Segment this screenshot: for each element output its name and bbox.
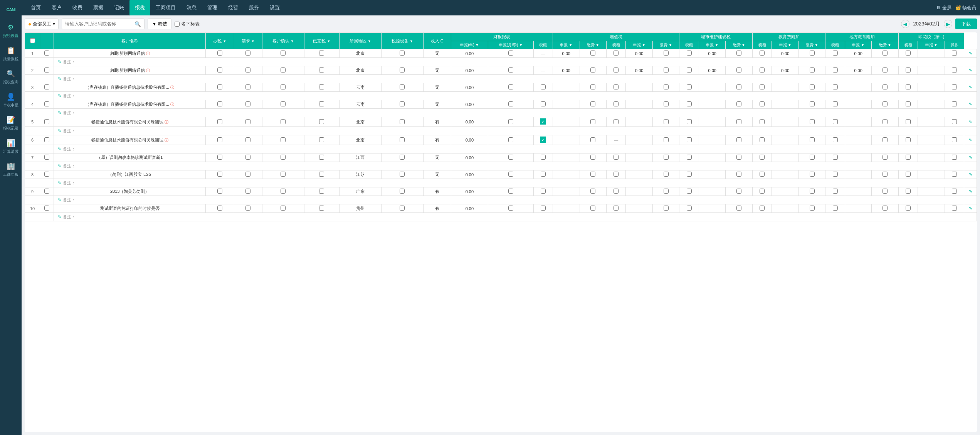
- row-zz-jiao[interactable]: [607, 49, 626, 58]
- row-jy-shen[interactable]: [798, 100, 825, 109]
- row-chaoshui[interactable]: [206, 83, 234, 92]
- row-queren[interactable]: [262, 117, 304, 127]
- zz-jiao-checkbox[interactable]: [614, 67, 619, 72]
- row-jy-shen[interactable]: [798, 204, 825, 213]
- row-queren[interactable]: [262, 100, 304, 109]
- row-wancheng[interactable]: [304, 204, 339, 213]
- row-df-jiao[interactable]: [898, 117, 918, 127]
- row-zz-jiao2[interactable]: [679, 187, 699, 196]
- row-cs-shen[interactable]: [726, 153, 753, 162]
- row-zz-jiao2[interactable]: [679, 170, 699, 179]
- row-df-jiao[interactable]: [898, 135, 918, 145]
- zz-shen-checkbox[interactable]: [590, 189, 595, 194]
- row-zz-shen[interactable]: [580, 170, 607, 179]
- row-jy-jiao[interactable]: [825, 66, 845, 75]
- zz-jiao-checkbox[interactable]: [614, 189, 619, 194]
- row-jy-jiao[interactable]: [825, 49, 845, 58]
- edit-icon[interactable]: ✎: [969, 68, 972, 72]
- edit-icon[interactable]: ✎: [969, 51, 972, 56]
- row-zz-shen2[interactable]: [652, 83, 679, 92]
- edit-icon[interactable]: ✎: [969, 155, 972, 160]
- qingka-checkbox[interactable]: [245, 67, 250, 72]
- edit-icon[interactable]: ✎: [969, 206, 972, 211]
- row-checkbox-cell[interactable]: [40, 153, 54, 162]
- row-cs-shen[interactable]: [726, 204, 753, 213]
- row-queren[interactable]: [262, 204, 304, 213]
- sidebar-item-baoshuichaxun[interactable]: 🔍 报税查询: [0, 66, 22, 89]
- row-checkbox[interactable]: [44, 119, 49, 124]
- row-checkbox-cell[interactable]: [40, 49, 54, 58]
- row-jy-shen[interactable]: [798, 187, 825, 196]
- device-checkbox[interactable]: [400, 172, 405, 177]
- row-zz-shen[interactable]: [580, 49, 607, 58]
- nav-customer[interactable]: 客户: [46, 0, 67, 15]
- row-zz-jiao2[interactable]: [679, 204, 699, 213]
- row-device[interactable]: [381, 49, 423, 58]
- zz-jiao-checkbox[interactable]: [614, 206, 619, 211]
- row-yh-action[interactable]: ✎: [964, 66, 977, 75]
- prev-date-button[interactable]: ◀: [901, 20, 909, 28]
- qingka-checkbox[interactable]: [245, 155, 250, 160]
- row-checkbox-cell[interactable]: [40, 117, 54, 127]
- row-checkbox[interactable]: [44, 137, 49, 142]
- chaoshui-checkbox[interactable]: [217, 137, 222, 142]
- row-cs-jiao[interactable]: [752, 187, 772, 196]
- zz-shen-checkbox[interactable]: [590, 119, 595, 124]
- row-qingka[interactable]: [234, 170, 262, 179]
- wancheng-checkbox[interactable]: [319, 84, 324, 89]
- qingka-checkbox[interactable]: [245, 137, 250, 142]
- row-caibao-year[interactable]: [488, 204, 533, 213]
- row-chaoshui[interactable]: [206, 135, 234, 145]
- zz-shen-checkbox[interactable]: [590, 137, 595, 142]
- row-cs-shen[interactable]: [726, 49, 753, 58]
- row-wancheng[interactable]: [304, 170, 339, 179]
- search-button[interactable]: 🔍: [131, 20, 144, 29]
- zz-shen-checkbox[interactable]: [590, 51, 595, 56]
- row-jy-jiao[interactable]: [825, 187, 845, 196]
- row-cs-shen[interactable]: [726, 100, 753, 109]
- row-zz-jiao[interactable]: [607, 66, 626, 75]
- row-zz-shen[interactable]: [580, 66, 607, 75]
- row-queren[interactable]: [262, 153, 304, 162]
- row-jy-shen[interactable]: [798, 117, 825, 127]
- row-cs-shen[interactable]: [726, 83, 753, 92]
- row-qingka[interactable]: [234, 66, 262, 75]
- row-caibao-year[interactable]: [488, 100, 533, 109]
- qingka-checkbox[interactable]: [245, 189, 250, 194]
- row-cs-shen[interactable]: [726, 66, 753, 75]
- wancheng-checkbox[interactable]: [319, 189, 324, 194]
- row-cs-jiao[interactable]: [752, 135, 772, 145]
- device-checkbox[interactable]: [400, 137, 405, 142]
- row-zz-jiao2[interactable]: [679, 153, 699, 162]
- row-jy-shen[interactable]: [798, 170, 825, 179]
- row-checkbox[interactable]: [44, 51, 49, 56]
- row-qingka[interactable]: [234, 83, 262, 92]
- row-yh-shen[interactable]: [945, 117, 964, 127]
- nav-baoshui[interactable]: 报税: [129, 0, 150, 15]
- qingka-checkbox[interactable]: [245, 119, 250, 124]
- row-wancheng[interactable]: [304, 66, 339, 75]
- row-zz-jiao[interactable]: [607, 100, 626, 109]
- row-queren[interactable]: [262, 135, 304, 145]
- row-df-shen[interactable]: [872, 83, 899, 92]
- row-wancheng[interactable]: [304, 135, 339, 145]
- row-cs-jiao[interactable]: [752, 66, 772, 75]
- nav-jingying[interactable]: 经营: [223, 0, 244, 15]
- row-checkbox-cell[interactable]: [40, 135, 54, 145]
- row-chaoshui[interactable]: [206, 66, 234, 75]
- row-qingka[interactable]: [234, 117, 262, 127]
- row-df-jiao[interactable]: [898, 187, 918, 196]
- row-zz-shen2[interactable]: [652, 187, 679, 196]
- row-yh-shen[interactable]: [945, 83, 964, 92]
- row-qingka[interactable]: [234, 49, 262, 58]
- zz-jiao-checkbox[interactable]: [614, 84, 619, 89]
- row-yh-action[interactable]: ✎: [964, 117, 977, 127]
- wancheng-checkbox[interactable]: [319, 172, 324, 177]
- chaoshui-checkbox[interactable]: [217, 51, 222, 56]
- sidebar-item-baoshuijilu[interactable]: 📝 报税记录: [0, 112, 22, 135]
- row-jy-jiao[interactable]: [825, 135, 845, 145]
- row-wancheng[interactable]: [304, 83, 339, 92]
- row-yh-action[interactable]: ✎: [964, 170, 977, 179]
- row-cs-jiao[interactable]: [752, 49, 772, 58]
- row-cs-jiao[interactable]: [752, 100, 772, 109]
